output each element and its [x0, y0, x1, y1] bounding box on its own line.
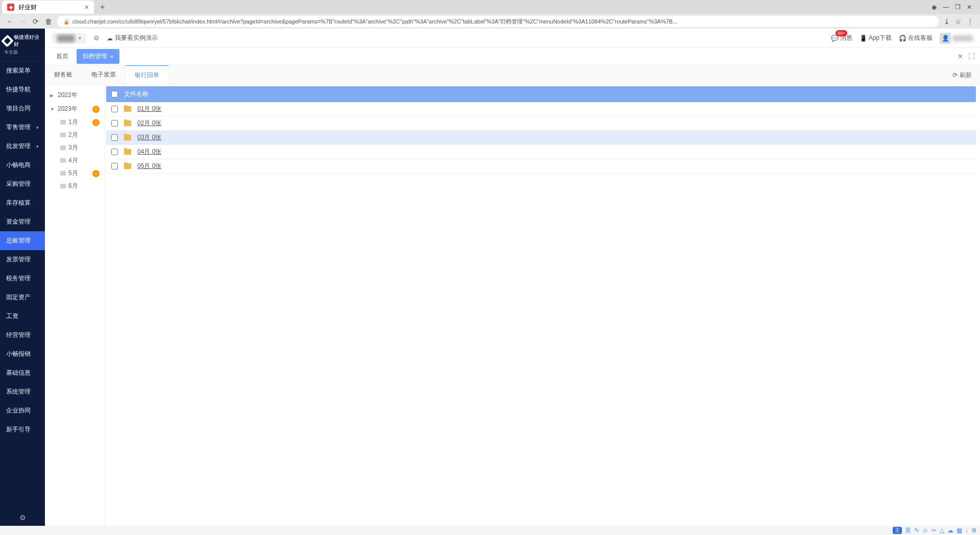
row-checkbox[interactable]	[111, 120, 118, 127]
sidebar-item[interactable]: 企业协同	[0, 401, 45, 420]
close-window-icon[interactable]: ✕	[967, 4, 972, 11]
tree-month-label: 5月	[68, 169, 78, 178]
company-selector[interactable]: ████ ▾	[52, 33, 86, 43]
chevron-down-icon: ▾	[36, 144, 39, 149]
sidebar-item[interactable]: 经营管理	[0, 326, 45, 345]
back-icon[interactable]: ←	[6, 17, 13, 26]
sidebar-item[interactable]: 基础信息	[0, 363, 45, 382]
folder-icon	[124, 163, 131, 169]
sidebar-item[interactable]: 搜索菜单	[0, 61, 45, 80]
tab-archive[interactable]: 归档管理 ×	[77, 49, 119, 64]
top-bar: ████ ▾ ⚙ ☁ 我要看实例演示 💬 消息 99+ 📱 App下载	[45, 29, 980, 48]
tree-month-label: 1月	[68, 118, 78, 127]
url-actions: ⤓ ☆ ⋮	[944, 17, 974, 26]
row-checkbox[interactable]	[111, 134, 118, 141]
account-icon[interactable]: ◉	[932, 4, 937, 11]
tab-archive-label: 归档管理	[83, 52, 107, 61]
tree-month[interactable]: 1月i	[45, 116, 105, 129]
sidebar-item[interactable]: 库存核算	[0, 193, 45, 212]
sidebar-item-label: 搜索菜单	[6, 66, 31, 75]
subtab-finance[interactable]: 财务账	[45, 65, 82, 85]
sidebar-item-label: 系统管理	[6, 387, 31, 396]
url-text: cloud.chanjet.com/cc/u6d89qwnryel/57bfsk…	[72, 18, 677, 26]
tree-month[interactable]: 2月	[45, 129, 105, 141]
maximize-icon[interactable]: ❐	[955, 4, 961, 11]
tree-month[interactable]: 5月i	[45, 167, 105, 180]
sidebar-item-label: 发票管理	[6, 255, 31, 264]
folder-icon	[60, 145, 66, 150]
tree-month[interactable]: 4月	[45, 154, 105, 167]
service-label: 在线客服	[908, 34, 933, 42]
tree-year-2023[interactable]: ▼ 2023年 i	[45, 102, 105, 116]
sidebar-item-label: 库存核算	[6, 199, 31, 207]
sidebar-item-label: 批发管理	[6, 142, 31, 151]
star-icon[interactable]: ☆	[955, 17, 962, 26]
sidebar-item[interactable]: 小畅电商	[0, 156, 45, 175]
logo-edition: 专业版	[4, 49, 42, 56]
sidebar-item[interactable]: 资金管理	[0, 212, 45, 231]
sidebar-item[interactable]: 新手引导	[0, 420, 45, 439]
settings-icon[interactable]: ⚙	[0, 509, 45, 526]
forward-icon[interactable]: →	[19, 17, 27, 26]
tree-month[interactable]: 3月	[45, 141, 105, 154]
url-field[interactable]: 🔒 cloud.chanjet.com/cc/u6d89qwnryel/57bf…	[57, 16, 939, 27]
download-button[interactable]: 📱 App下载	[860, 34, 892, 42]
fullscreen-icon[interactable]: ⛶	[968, 53, 975, 60]
tree-month[interactable]: 6月	[45, 180, 105, 192]
sidebar-item[interactable]: 零售管理▾	[0, 118, 45, 137]
sidebar-item[interactable]: 总账管理	[0, 231, 45, 250]
sidebar-item[interactable]: 项目合同	[0, 99, 45, 118]
row-checkbox[interactable]	[111, 149, 118, 155]
sidebar-item[interactable]: 采购管理	[0, 175, 45, 193]
tree-year-label: 2022年	[58, 91, 78, 100]
close-all-icon[interactable]: ✕	[958, 53, 963, 60]
reload-icon[interactable]: ⟳	[33, 17, 39, 26]
sidebar-item[interactable]: 发票管理	[0, 250, 45, 269]
gear-icon[interactable]: ⚙	[93, 34, 100, 42]
tab-home[interactable]: 首页	[50, 49, 75, 64]
subtab-einvoice[interactable]: 电子发票	[82, 65, 126, 85]
file-link[interactable]: 01月 0张	[137, 105, 161, 113]
new-tab-button[interactable]: +	[100, 3, 105, 12]
sidebar-item-label: 经营管理	[6, 331, 31, 339]
refresh-button[interactable]: ⟳ 刷新	[952, 71, 980, 80]
demo-link[interactable]: ☁ 我要看实例演示	[107, 34, 158, 42]
file-link[interactable]: 02月 0张	[137, 119, 161, 128]
folder-icon	[124, 149, 131, 155]
file-link[interactable]: 04月 0张	[137, 148, 161, 156]
sidebar-item-label: 新手引导	[6, 425, 31, 434]
chevron-right-icon: ▶	[50, 93, 55, 98]
install-icon[interactable]: ⤓	[944, 17, 950, 26]
browser-tab[interactable]: ◆ 好业财 ×	[2, 1, 94, 14]
row-checkbox[interactable]	[111, 106, 118, 112]
service-button[interactable]: 🎧 在线客服	[899, 34, 933, 42]
tree-year-2022[interactable]: ▶ 2022年	[45, 88, 105, 102]
close-icon[interactable]: ×	[85, 3, 89, 11]
user-name	[952, 35, 973, 41]
sidebar-item[interactable]: 小畅报销	[0, 345, 45, 363]
user-area[interactable]: 👤	[940, 33, 973, 44]
sidebar-item[interactable]: 批发管理▾	[0, 137, 45, 156]
sidebar-item[interactable]: 工资	[0, 307, 45, 326]
minimize-icon[interactable]: —	[943, 4, 949, 11]
sidebar-item[interactable]: 快捷导航	[0, 80, 45, 99]
sidebar-item-label: 采购管理	[6, 180, 31, 188]
info-badge-icon: i	[92, 106, 100, 113]
sidebar-item[interactable]: 税务管理	[0, 269, 45, 288]
sidebar-item-label: 固定资产	[6, 293, 31, 302]
sidebar-item[interactable]: 固定资产	[0, 288, 45, 307]
sidebar-item-label: 企业协同	[6, 406, 31, 415]
chevron-down-icon: ▾	[79, 35, 81, 41]
trash-icon[interactable]: 🗑	[45, 17, 52, 26]
select-all-checkbox[interactable]	[111, 91, 118, 98]
close-icon[interactable]: ×	[110, 54, 113, 60]
file-link[interactable]: 05月 0张	[137, 162, 161, 171]
sidebar-item[interactable]: 系统管理	[0, 382, 45, 401]
menu-icon[interactable]: ⋮	[967, 17, 974, 26]
subtab-bank[interactable]: 银行回单	[126, 65, 169, 85]
row-checkbox[interactable]	[111, 163, 118, 169]
work-area: ▶ 2022年 ▼ 2023年 i 1月i 2月 3月 4月 5月i 6月	[45, 85, 980, 526]
company-name: ████	[57, 35, 75, 42]
file-link[interactable]: 03月 0张	[137, 133, 161, 142]
messages-button[interactable]: 💬 消息 99+	[831, 34, 852, 42]
